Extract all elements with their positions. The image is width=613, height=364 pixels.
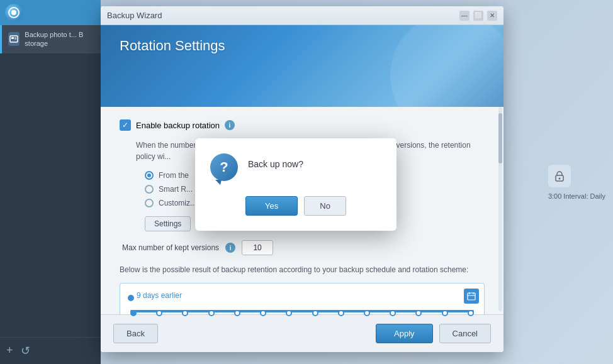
dialog-content: ? Back up now?	[210, 153, 381, 181]
dialog-no-button[interactable]: No	[304, 196, 346, 216]
dialog-question-icon: ?	[210, 153, 238, 181]
dialog-yes-button[interactable]: Yes	[245, 196, 298, 216]
dialog-overlay: ? Back up now? Yes No	[0, 0, 613, 364]
dialog-box: ? Back up now? Yes No	[195, 138, 396, 231]
desktop: Backup photo t... B storage + ↺ 3:00 Int…	[0, 0, 613, 364]
dialog-message: Back up now?	[248, 153, 303, 171]
dialog-buttons: Yes No	[210, 196, 381, 216]
dialog-icon-text: ?	[220, 159, 228, 175]
